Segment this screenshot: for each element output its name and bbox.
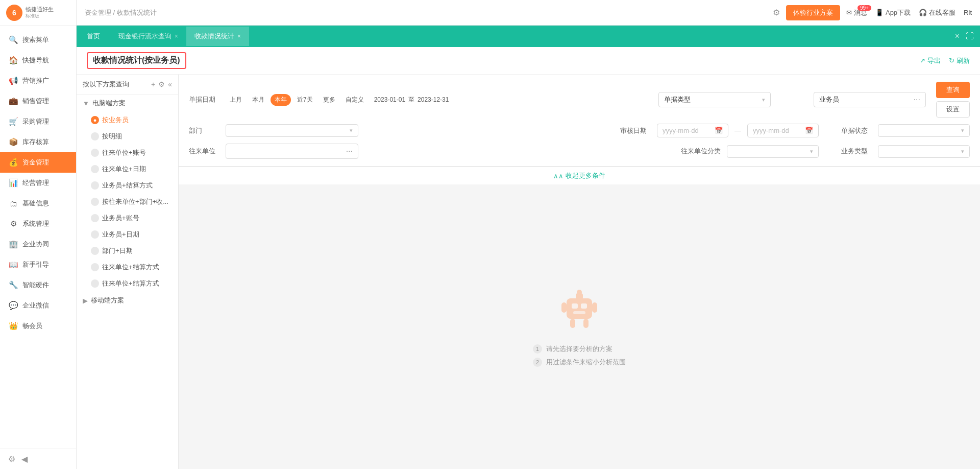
app-download-icon: 📱 [875,9,884,16]
page-header: 收款情况统计(按业务员) ↗ 导出 ↻ 刷新 [77,47,980,75]
wechat-icon: 💬 [8,300,18,311]
tab-current-close[interactable]: × [237,33,241,40]
add-scheme-btn[interactable]: + [151,80,155,88]
trial-button[interactable]: 体验行业方案 [786,5,840,20]
sidebar-collapse-icon[interactable]: ◀ [21,454,28,464]
sidebar-settings-icon[interactable]: ⚙ [8,454,15,464]
doc-type-select[interactable]: 单据类型 ▾ [658,92,771,107]
date-tab-custom[interactable]: 自定义 [341,94,368,106]
biz-type-chevron: ▾ [961,148,964,155]
sidebar-item-quick-nav[interactable]: 🏠快捷导航 [0,50,76,71]
tab-bank-close[interactable]: × [175,33,178,40]
scheme-label-3: 往来单位+日期 [102,165,146,174]
page-title: 收款情况统计(按业务员) [93,56,180,64]
sidebar-item-operations[interactable]: 📊经营管理 [0,173,76,193]
settings-button[interactable]: 设置 [936,101,970,118]
query-button[interactable]: 查询 [936,82,970,98]
svg-point-5 [577,290,582,295]
scheme-item-10[interactable]: 往来单位+结算方式 [77,275,178,292]
customer-service-btn[interactable]: 🎧 在线客服 [919,8,955,17]
date-tab-last-month[interactable]: 上月 [226,94,246,106]
dept-select[interactable]: ▾ [226,124,358,137]
scheme-item-1[interactable]: 按明细 [77,128,178,145]
scheme-item-4[interactable]: 业务员+结算方式 [77,177,178,194]
party-select[interactable]: ··· [226,144,358,159]
scheme-label-2: 往来单位+账号 [102,148,146,157]
audit-date-label: 审核日期 [620,126,651,135]
svg-rect-7 [592,302,597,313]
scheme-item-9[interactable]: 往来单位+结算方式 [77,259,178,275]
topbar-settings-icon[interactable]: ⚙ [773,8,780,17]
party-category-select[interactable]: ▾ [727,145,819,158]
scheme-item-8[interactable]: 部门+日期 [77,243,178,259]
biz-type-select[interactable]: ▾ [878,145,970,158]
collapse-more-btn[interactable]: ∧∧ 收起更多条件 [179,167,980,184]
messages-badge: 99+ [857,5,871,11]
date-tab-7days[interactable]: 近7天 [293,94,317,106]
refresh-button[interactable]: ↻ 刷新 [949,56,970,65]
member-icon: 👑 [8,321,18,331]
salesman-select[interactable]: 业务员 ··· [814,92,926,107]
empty-robot-illustration [554,283,605,334]
tab-current-label: 收款情况统计 [194,32,234,41]
sidebar-item-finance[interactable]: 💰资金管理 [0,152,76,173]
scheme-item-2[interactable]: 往来单位+账号 [77,145,178,161]
sidebar-item-enterprise[interactable]: 🏢企业协同 [0,234,76,254]
sidebar-item-basic-info[interactable]: 🗂基础信息 [0,193,76,214]
inventory-label: 库存核算 [22,137,49,147]
settings-scheme-btn[interactable]: ⚙ [158,80,165,88]
page-title-box: 收款情况统计(按业务员) [87,52,186,69]
svg-rect-6 [561,302,567,313]
refresh-icon: ↻ [949,57,954,64]
page-header-actions: ↗ 导出 ↻ 刷新 [920,56,970,65]
date-tab-this-year[interactable]: 本年 [271,94,291,106]
scheme-item-6[interactable]: 业务员+账号 [77,210,178,226]
user-info[interactable]: Rit [964,9,972,16]
scheme-item-5[interactable]: 按往来单位+部门+收... [77,194,178,210]
tab-home[interactable]: 首页 [77,27,110,46]
doc-status-select[interactable]: ▾ [878,124,970,137]
sidebar-item-system[interactable]: ⚙系统管理 [0,214,76,234]
body-split: 按以下方案查询 + ⚙ « ▼ 电脑端方案 ●按业务员按明细往来单位+账号往来单… [77,75,980,469]
customer-service-icon: 🎧 [919,9,927,16]
messages-icon-area[interactable]: ✉ 消息 99+ [846,8,867,17]
sidebar: 6 畅捷通好生 标准版 🔍搜索菜单🏠快捷导航📢营销推广💼销售管理🛒采购管理📦库存… [0,0,77,469]
basic-info-icon: 🗂 [8,198,18,208]
audit-date-end[interactable]: yyyy-mm-dd 📅 [747,124,819,137]
desktop-scheme-header[interactable]: ▼ 电脑端方案 [77,95,178,112]
audit-date-start[interactable]: yyyy-mm-dd 📅 [657,124,728,137]
sidebar-item-wechat[interactable]: 💬企业微信 [0,295,76,316]
app-download-btn[interactable]: 📱 App下载 [875,8,911,17]
sidebar-item-smart-hw[interactable]: 🔧智能硬件 [0,275,76,295]
export-button[interactable]: ↗ 导出 [920,56,941,65]
scheme-item-3[interactable]: 往来单位+日期 [77,161,178,177]
tab-current[interactable]: 收款情况统计 × [186,27,249,46]
scheme-label-0: 按业务员 [102,115,129,125]
doc-status-chevron: ▾ [961,127,964,134]
sidebar-item-inventory[interactable]: 📦库存核算 [0,132,76,152]
svg-rect-2 [581,303,587,309]
app-download-label: App下载 [886,8,911,17]
date-tab-this-month[interactable]: 本月 [248,94,268,106]
scheme-item-0[interactable]: ●按业务员 [77,112,178,128]
party-more-icon[interactable]: ··· [346,147,353,156]
collapse-panel-btn[interactable]: « [168,80,172,88]
sidebar-item-guide[interactable]: 📖新手引导 [0,254,76,275]
salesman-more-icon[interactable]: ··· [914,95,920,104]
filter-row-1: 单据日期 上月 本月 本年 近7天 更多 自定义 2023-01-01 至 [189,82,970,118]
scheme-icon-9 [91,263,99,271]
tab-expand-icon[interactable]: ⛶ [966,32,974,41]
date-tab-more[interactable]: 更多 [319,94,339,106]
sidebar-item-member[interactable]: 👑畅会员 [0,316,76,336]
sidebar-item-marketing[interactable]: 📢营销推广 [0,71,76,91]
tip-2-text: 用过滤条件来缩小分析范围 [546,358,626,367]
tab-bank[interactable]: 现金银行流水查询 × [110,27,186,46]
sidebar-item-sales[interactable]: 💼销售管理 [0,91,76,111]
tab-close-window-icon[interactable]: × [955,32,960,41]
mobile-scheme-header[interactable]: ▶ 移动端方案 [77,292,178,309]
sidebar-item-purchase[interactable]: 🛒采购管理 [0,111,76,132]
collapse-label: 收起更多条件 [566,171,605,180]
svg-rect-9 [583,319,589,328]
scheme-item-7[interactable]: 业务员+日期 [77,226,178,243]
sidebar-item-search[interactable]: 🔍搜索菜单 [0,30,76,50]
